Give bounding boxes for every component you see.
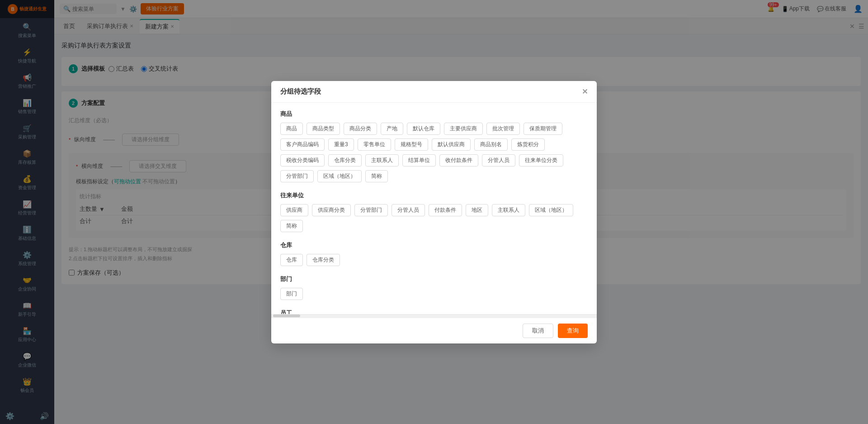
field-tag-1-0[interactable]: 供应商 (280, 204, 308, 216)
field-group-3: 部门部门 (280, 275, 588, 300)
field-tags-3: 部门 (280, 288, 588, 300)
modal-hscrollbar[interactable] (271, 314, 597, 318)
field-group-2: 仓库仓库仓库分类 (280, 241, 588, 266)
modal-footer: 取消 查询 (271, 318, 597, 343)
field-tag-0-16[interactable]: 仓库分类 (328, 154, 362, 167)
field-tag-1-6[interactable]: 主联系人 (492, 204, 525, 216)
modal-hscroll-thumb[interactable] (273, 314, 300, 317)
modal-header: 分组待选字段 ✕ (271, 81, 597, 103)
field-tag-1-8[interactable]: 简称 (280, 220, 303, 232)
modal-overlay: 分组待选字段 ✕ 商品商品商品类型商品分类产地默认仓库主要供应商批次管理保质期管… (0, 0, 868, 424)
field-tag-2-0[interactable]: 仓库 (280, 254, 303, 266)
field-tag-0-3[interactable]: 产地 (381, 123, 403, 135)
field-tag-0-9[interactable]: 重量3 (328, 138, 354, 151)
field-tag-0-0[interactable]: 商品 (280, 123, 303, 135)
field-group-0: 商品商品商品类型商品分类产地默认仓库主要供应商批次管理保质期管理客户商品编码重量… (280, 110, 588, 182)
field-tags-1: 供应商供应商分类分管部门分管人员付款条件地区主联系人区域（地区）简称 (280, 204, 588, 232)
field-tag-0-4[interactable]: 默认仓库 (407, 123, 440, 135)
field-group-1: 往来单位供应商供应商分类分管部门分管人员付款条件地区主联系人区域（地区）简称 (280, 191, 588, 232)
field-tag-0-1[interactable]: 商品类型 (307, 123, 340, 135)
field-tag-0-20[interactable]: 分管人员 (482, 154, 515, 167)
field-tag-0-23[interactable]: 区域（地区） (317, 170, 362, 182)
modal-body[interactable]: 商品商品商品类型商品分类产地默认仓库主要供应商批次管理保质期管理客户商品编码重量… (271, 103, 597, 314)
field-group-title-2: 仓库 (280, 241, 588, 249)
field-tag-0-17[interactable]: 主联系人 (365, 154, 399, 167)
field-tag-1-3[interactable]: 分管人员 (392, 204, 425, 216)
field-tag-0-19[interactable]: 收付款条件 (439, 154, 478, 167)
field-tag-0-18[interactable]: 结算单位 (402, 154, 436, 167)
field-tag-0-21[interactable]: 往来单位分类 (519, 154, 563, 167)
field-select-modal: 分组待选字段 ✕ 商品商品商品类型商品分类产地默认仓库主要供应商批次管理保质期管… (271, 81, 597, 343)
field-tag-0-10[interactable]: 零售单位 (358, 138, 391, 151)
field-tag-0-15[interactable]: 税收分类编码 (280, 154, 325, 167)
field-group-title-0: 商品 (280, 110, 588, 118)
field-tag-0-11[interactable]: 规格型号 (395, 138, 428, 151)
field-tag-0-8[interactable]: 客户商品编码 (280, 138, 325, 151)
field-tag-0-22[interactable]: 分管部门 (280, 170, 314, 182)
field-tag-0-12[interactable]: 默认供应商 (432, 138, 471, 151)
field-tag-1-2[interactable]: 分管部门 (354, 204, 388, 216)
field-group-4: 员工业务员 (280, 309, 588, 314)
field-group-title-3: 部门 (280, 275, 588, 283)
field-tags-0: 商品商品类型商品分类产地默认仓库主要供应商批次管理保质期管理客户商品编码重量3零… (280, 123, 588, 182)
field-group-title-4: 员工 (280, 309, 588, 314)
field-tag-0-7[interactable]: 保质期管理 (524, 123, 562, 135)
field-tag-0-24[interactable]: 简称 (365, 170, 388, 182)
field-tags-2: 仓库仓库分类 (280, 254, 588, 266)
field-tag-0-13[interactable]: 商品别名 (474, 138, 508, 151)
field-tag-1-4[interactable]: 付款条件 (429, 204, 462, 216)
field-tag-1-7[interactable]: 区域（地区） (529, 204, 573, 216)
field-tag-0-14[interactable]: 炼货积分 (511, 138, 545, 151)
modal-close-btn[interactable]: ✕ (582, 87, 588, 96)
field-tag-0-2[interactable]: 商品分类 (344, 123, 377, 135)
field-tag-0-5[interactable]: 主要供应商 (444, 123, 483, 135)
modal-title: 分组待选字段 (280, 87, 321, 96)
field-tag-3-0[interactable]: 部门 (280, 288, 303, 300)
field-tag-0-6[interactable]: 批次管理 (486, 123, 520, 135)
field-tag-1-5[interactable]: 地区 (466, 204, 488, 216)
cancel-button[interactable]: 取消 (523, 324, 553, 338)
confirm-button[interactable]: 查询 (558, 324, 588, 338)
field-tag-2-1[interactable]: 仓库分类 (307, 254, 340, 266)
field-group-title-1: 往来单位 (280, 191, 588, 200)
field-tag-1-1[interactable]: 供应商分类 (312, 204, 351, 216)
